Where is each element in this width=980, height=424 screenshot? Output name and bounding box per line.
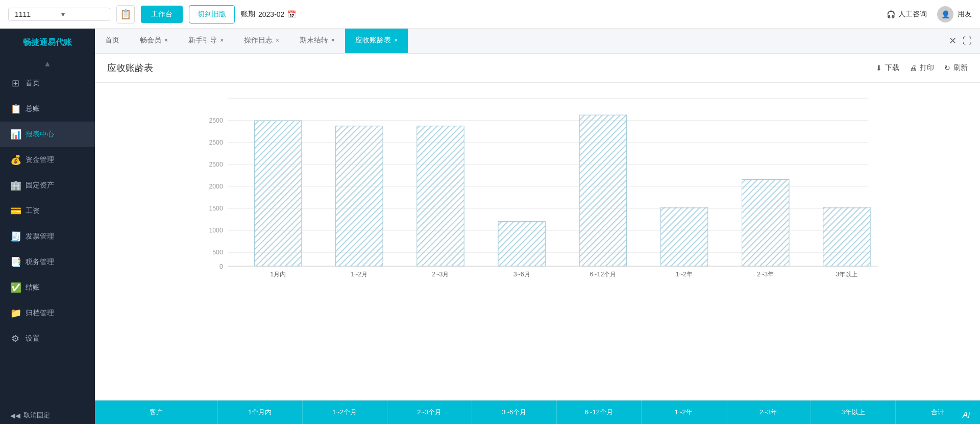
sidebar-label-funds: 资金管理: [26, 155, 54, 164]
sidebar-label-archive: 归档管理: [26, 309, 54, 318]
page-content: 应收账龄表 ⬇ 下载 🖨 打印 ↻ 刷新: [95, 54, 980, 424]
bar-chart: 0 500 1000 1500 2000 2500 2500 2500: [105, 93, 970, 287]
bar-1月内: [254, 121, 301, 266]
tab-member-close[interactable]: ×: [164, 37, 168, 44]
cancel-fixed-button[interactable]: ◀◀ 取消固定: [0, 407, 95, 424]
tab-period-end[interactable]: 期末结转 ×: [289, 29, 345, 53]
tab-home[interactable]: 首页: [95, 29, 130, 53]
tab-oplog-close[interactable]: ×: [276, 37, 279, 44]
table-col-3year-plus: 3年以上: [811, 401, 896, 424]
ai-badge[interactable]: Ai: [952, 407, 980, 424]
period-calendar-icon[interactable]: 📅: [287, 10, 296, 18]
tab-oplog[interactable]: 操作日志 ×: [234, 29, 289, 53]
tab-home-label: 首页: [105, 36, 119, 45]
sidebar-item-settings[interactable]: ⚙ 设置: [0, 326, 95, 351]
svg-text:1500: 1500: [209, 205, 223, 212]
tabs-bar: 首页 畅会员 × 新手引导 × 操作日志 × 期末结转 × 应收账龄表 ×: [95, 29, 980, 54]
svg-text:2~3年: 2~3年: [757, 271, 774, 278]
bar-1~2年: [660, 207, 707, 266]
sidebar-scroll: ▲ ⊞ 首页 📋 总账 📊 报表中心 💰 资金管理 🏢 固定资产: [0, 57, 95, 407]
sidebar-item-funds[interactable]: 💰 资金管理: [0, 147, 95, 173]
refresh-button[interactable]: ↻ 刷新: [944, 63, 968, 73]
svg-text:1~2年: 1~2年: [676, 271, 693, 278]
sidebar-logo: 畅捷通易代账: [0, 29, 95, 57]
sidebar-label-reports: 报表中心: [26, 130, 54, 139]
headset-icon: 🎧: [887, 10, 895, 18]
sidebar-item-assets[interactable]: 🏢 固定资产: [0, 173, 95, 198]
company-name: 1111: [15, 10, 57, 18]
sidebar-item-tax[interactable]: 📑 税务管理: [0, 249, 95, 275]
svg-text:6~12个月: 6~12个月: [590, 271, 617, 278]
tab-guide-label: 新手引导: [188, 36, 217, 45]
sidebar: 畅捷通易代账 ▲ ⊞ 首页 📋 总账 📊 报表中心 💰 资金管理 🏢 固定: [0, 29, 95, 424]
consult-button[interactable]: 🎧 人工咨询: [887, 10, 927, 19]
avatar-icon: 👤: [941, 10, 950, 18]
bar-3~6月: [498, 222, 545, 266]
table-col-6-12month: 6~12个月: [557, 401, 642, 424]
tab-guide-close[interactable]: ×: [220, 37, 224, 44]
tab-guide[interactable]: 新手引导 ×: [178, 29, 234, 53]
svg-text:1000: 1000: [209, 227, 223, 234]
funds-icon: 💰: [10, 154, 20, 166]
ledger-icon: 📋: [10, 103, 20, 114]
switch-version-button[interactable]: 切到旧版: [189, 5, 235, 23]
sidebar-label-invoice: 发票管理: [26, 232, 54, 241]
tab-period-end-close[interactable]: ×: [331, 37, 335, 44]
sidebar-item-invoice[interactable]: 🧾 发票管理: [0, 224, 95, 249]
bar-2~3月: [417, 126, 464, 266]
tab-oplog-label: 操作日志: [244, 36, 273, 45]
calendar-button[interactable]: 📋: [116, 5, 135, 23]
page-header: 应收账龄表 ⬇ 下载 🖨 打印 ↻ 刷新: [95, 54, 980, 83]
sidebar-item-salary[interactable]: 💳 工资: [0, 198, 95, 224]
refresh-icon: ↻: [944, 64, 950, 72]
print-button[interactable]: 🖨 打印: [910, 63, 934, 73]
svg-text:2~3月: 2~3月: [432, 271, 449, 278]
sidebar-label-home: 首页: [26, 79, 40, 88]
svg-text:2500: 2500: [209, 139, 223, 146]
close-all-tabs-button[interactable]: ✕: [949, 35, 957, 46]
svg-text:0: 0: [219, 263, 223, 270]
tab-aging[interactable]: 应收账龄表 ×: [345, 29, 408, 53]
reports-icon: 📊: [10, 129, 20, 140]
bar-2~3年: [742, 179, 789, 266]
table-col-1-2year: 1~2年: [642, 401, 726, 424]
sidebar-label-salary: 工资: [26, 206, 40, 216]
sidebar-item-ledger[interactable]: 📋 总账: [0, 96, 95, 122]
top-header: 1111 ▾ 📋 工作台 切到旧版 账期 2023-02 📅 🎧 人工咨询 👤 …: [0, 0, 980, 29]
tax-icon: 📑: [10, 256, 20, 268]
tab-member-label: 畅会员: [140, 36, 161, 45]
download-button[interactable]: ⬇ 下载: [876, 63, 899, 73]
sidebar-item-reports[interactable]: 📊 报表中心: [0, 122, 95, 147]
period-info: 账期 2023-02 📅: [241, 10, 296, 19]
svg-text:2500: 2500: [209, 161, 223, 168]
chart-container: 0 500 1000 1500 2000 2500 2500 2500: [95, 83, 980, 400]
sidebar-item-archive[interactable]: 📁 归档管理: [0, 300, 95, 326]
salary-icon: 💳: [10, 205, 20, 217]
expand-button[interactable]: ⛶: [963, 36, 972, 46]
download-icon: ⬇: [876, 64, 882, 72]
main-layout: 畅捷通易代账 ▲ ⊞ 首页 📋 总账 📊 报表中心 💰 资金管理 🏢 固定: [0, 29, 980, 424]
table-col-customer: 客户: [95, 401, 218, 424]
company-selector[interactable]: 1111 ▾: [8, 8, 110, 21]
user-info[interactable]: 👤 用友: [937, 6, 972, 22]
calendar-icon: 📋: [120, 9, 131, 20]
table-col-1-2month: 1~2个月: [303, 401, 387, 424]
bar-6~12个月: [579, 115, 626, 266]
svg-text:3~6月: 3~6月: [513, 271, 530, 278]
content-area: 首页 畅会员 × 新手引导 × 操作日志 × 期末结转 × 应收账龄表 ×: [95, 29, 980, 424]
page-title: 应收账龄表: [107, 62, 153, 74]
sidebar-label-tax: 税务管理: [26, 257, 54, 267]
tab-aging-close[interactable]: ×: [394, 37, 398, 44]
svg-text:1~2月: 1~2月: [351, 271, 368, 278]
table-col-1month: 1个月内: [218, 401, 303, 424]
svg-text:1月内: 1月内: [270, 271, 286, 278]
header-right: 🎧 人工咨询 👤 用友: [887, 6, 972, 22]
consult-label: 人工咨询: [898, 10, 927, 19]
sidebar-item-home[interactable]: ⊞ 首页: [0, 70, 95, 96]
archive-icon: 📁: [10, 308, 20, 319]
avatar: 👤: [937, 6, 953, 22]
workbench-button[interactable]: 工作台: [141, 6, 183, 23]
tab-member[interactable]: 畅会员 ×: [130, 29, 178, 53]
scroll-up-indicator: ▲: [0, 57, 95, 70]
sidebar-item-checkout[interactable]: ✅ 结账: [0, 275, 95, 300]
